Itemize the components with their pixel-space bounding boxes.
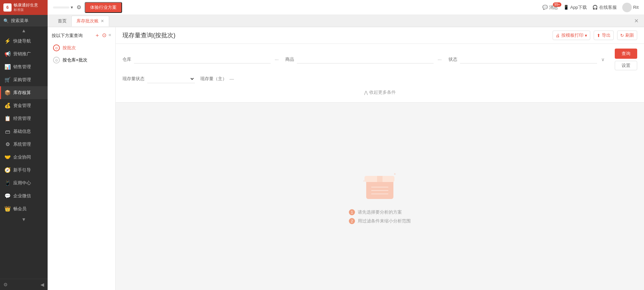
hint-2-text: 用过滤条件来缩小分析范围	[358, 218, 411, 224]
filter-row-1: 仓库 ··· 商品 ··· 状态 ∨ 查询	[122, 49, 637, 70]
finance-icon: 💰	[4, 103, 11, 109]
warehouse-label: 仓库	[122, 56, 131, 62]
topbar-gear-icon[interactable]: ⚙	[77, 4, 81, 11]
sidebar-item-label: 企业协同	[13, 154, 31, 160]
main-area: ▾ ⚙ 体验行业方案 💬 消息 99+ 📱 App下载 🎧 在线客服 Rit	[48, 0, 644, 290]
left-panel-header: 按以下方案查询 ＋ ⊙ «	[48, 31, 115, 42]
sidebar-item-label: 采购管理	[13, 77, 31, 83]
empty-svg: ✦ ✦	[359, 168, 400, 202]
collapse-up-icon: ⋀	[364, 90, 368, 95]
tab-close-right-btn[interactable]: ✕	[634, 18, 639, 24]
sidebar-settings-btn[interactable]: ⚙	[3, 282, 8, 287]
collab-icon: 🤝	[4, 154, 11, 160]
basic-icon: 🗃	[4, 129, 11, 134]
sidebar-item-label: 应用中心	[13, 180, 31, 186]
sidebar-item-purchase[interactable]: 🛒 采购管理	[0, 73, 48, 86]
sidebar-header: 6 畅康通好生意 标准版	[0, 0, 48, 15]
query-btn[interactable]: 查询	[615, 49, 637, 59]
empty-state: ✦ ✦ 1 请先选择要分析的方案 2 用过滤条件来缩小分析范围	[116, 103, 644, 290]
left-panel: 按以下方案查询 ＋ ⊙ « ⊙ 按批次 ⊙ 按仓库+批次	[48, 27, 116, 290]
print-dropdown-icon: ▾	[585, 33, 587, 38]
sales-icon: 📊	[4, 64, 11, 70]
scheme-settings-btn[interactable]: ⊙	[102, 32, 106, 39]
sidebar-item-label: 经营管理	[13, 115, 31, 122]
sidebar-item-finance[interactable]: 💰 资金管理	[0, 99, 48, 112]
sidebar-item-label: 营销推广	[13, 51, 31, 57]
settings-btn[interactable]: 设置	[615, 61, 637, 70]
chevron-down-icon: ▼	[21, 217, 26, 222]
sidebar-footer: ⚙ ◀	[0, 279, 48, 290]
empty-hint-2: 2 用过滤条件来缩小分析范围	[349, 218, 411, 224]
scheme-active-icon: ⊙	[53, 44, 60, 51]
topbar-left: ▾ ⚙ 体验行业方案	[53, 2, 122, 13]
tab-inventory-batch-label: 库存批次账	[77, 18, 99, 24]
messages-badge: 99+	[553, 2, 561, 7]
filter-area: 仓库 ··· 商品 ··· 状态 ∨ 查询	[116, 44, 644, 103]
product-input[interactable]	[297, 55, 434, 64]
scheme-inactive-icon: ⊙	[53, 57, 60, 64]
scroll-down-btn[interactable]: ▼	[0, 215, 48, 223]
messages-btn[interactable]: 💬 消息 99+	[542, 4, 558, 11]
export-icon: ⬆	[597, 33, 600, 38]
sidebar-item-label: 基础信息	[13, 128, 31, 134]
scheme-item-warehouse-batch[interactable]: ⊙ 按仓库+批次	[48, 54, 115, 66]
sidebar-item-collab[interactable]: 🤝 企业协同	[0, 151, 48, 164]
tab-inventory-batch[interactable]: 库存批次账 ✕	[71, 16, 109, 26]
avatar	[622, 3, 632, 12]
sidebar-item-sales[interactable]: 📊 销售管理	[0, 60, 48, 73]
headset-icon: 🎧	[592, 5, 598, 10]
sidebar-item-wechat[interactable]: 💬 企业微信	[0, 189, 48, 202]
refresh-btn[interactable]: ↻ 刷新	[617, 31, 637, 40]
sidebar-item-label: 系统管理	[13, 141, 31, 147]
topbar-dropdown[interactable]: ▾	[53, 5, 73, 10]
app-logo: 6	[3, 3, 12, 12]
collapse-panel-btn[interactable]: «	[108, 32, 111, 39]
tab-close-btn[interactable]: ✕	[101, 19, 104, 23]
sidebar-item-label: 快捷导航	[13, 38, 31, 44]
sidebar-item-inventory[interactable]: 📦 库存核算	[0, 86, 48, 99]
inventory-status-select[interactable]	[147, 74, 195, 83]
export-btn[interactable]: ⬆ 导出	[594, 31, 614, 40]
sidebar-item-marketing[interactable]: 📢 营销推广	[0, 48, 48, 60]
sidebar-item-shortcut[interactable]: ⚡ 快捷导航	[0, 35, 48, 48]
company-name: 畅康通好生意	[14, 3, 38, 7]
range-dash: —	[230, 76, 234, 81]
sidebar-item-label: 资金管理	[13, 103, 31, 109]
sidebar-item-member[interactable]: 👑 畅会员	[0, 202, 48, 215]
svg-text:✦: ✦	[363, 180, 365, 183]
chevron-up-icon: ▲	[21, 28, 26, 33]
user-menu[interactable]: Rit	[622, 3, 639, 12]
sidebar-item-basic[interactable]: 🗃 基础信息	[0, 125, 48, 138]
add-scheme-btn[interactable]: ＋	[95, 32, 100, 39]
sidebar-item-newbie[interactable]: 🧭 新手引导	[0, 164, 48, 177]
edition-label: 标准版	[14, 7, 38, 12]
left-panel-actions: ＋ ⊙ «	[95, 32, 111, 39]
message-icon: 💬	[542, 5, 548, 10]
status-dropdown-icon[interactable]: ∨	[600, 57, 606, 62]
right-main: 现存量查询(按批次) 🖨 按模板打印 ▾ ⬆ 导出 ↻ 刷新	[116, 27, 644, 290]
scheme-item-batch[interactable]: ⊙ 按批次	[48, 42, 115, 54]
sidebar-collapse-btn[interactable]: ◀	[40, 282, 44, 287]
search-menu[interactable]: 🔍 搜索菜单	[0, 15, 48, 26]
collapse-filter-btn[interactable]: ⋀ 收起更多条件	[122, 87, 637, 97]
online-service-btn[interactable]: 🎧 在线客服	[592, 4, 617, 11]
shortcut-icon: ⚡	[4, 38, 11, 44]
print-btn[interactable]: 🖨 按模板打印 ▾	[553, 31, 590, 40]
status-input[interactable]	[460, 55, 597, 64]
empty-hints: 1 请先选择要分析的方案 2 用过滤条件来缩小分析范围	[349, 209, 411, 224]
sidebar-item-system[interactable]: ⚙ 系统管理	[0, 138, 48, 151]
app-download-btn[interactable]: 📱 App下载	[563, 4, 587, 11]
refresh-icon: ↻	[620, 33, 624, 38]
product-more-btn[interactable]: ···	[436, 57, 443, 62]
print-icon: 🖨	[556, 33, 560, 38]
sidebar-item-label: 销售管理	[13, 64, 31, 70]
sidebar: 6 畅康通好生意 标准版 🔍 搜索菜单 ▲ ⚡ 快捷导航 📢 营销推广 📊 销售…	[0, 0, 48, 290]
sidebar-nav: ▲ ⚡ 快捷导航 📢 营销推广 📊 销售管理 🛒 采购管理 📦 库存核算 💰 资…	[0, 26, 48, 279]
scroll-up-btn[interactable]: ▲	[0, 26, 48, 35]
warehouse-more-btn[interactable]: ···	[273, 57, 280, 62]
sidebar-item-app-center[interactable]: 📱 应用中心	[0, 177, 48, 189]
warehouse-input[interactable]	[134, 55, 271, 64]
experience-btn[interactable]: 体验行业方案	[85, 2, 122, 13]
tab-home[interactable]: 首页	[53, 16, 71, 26]
sidebar-item-operations[interactable]: 📋 经营管理	[0, 112, 48, 125]
